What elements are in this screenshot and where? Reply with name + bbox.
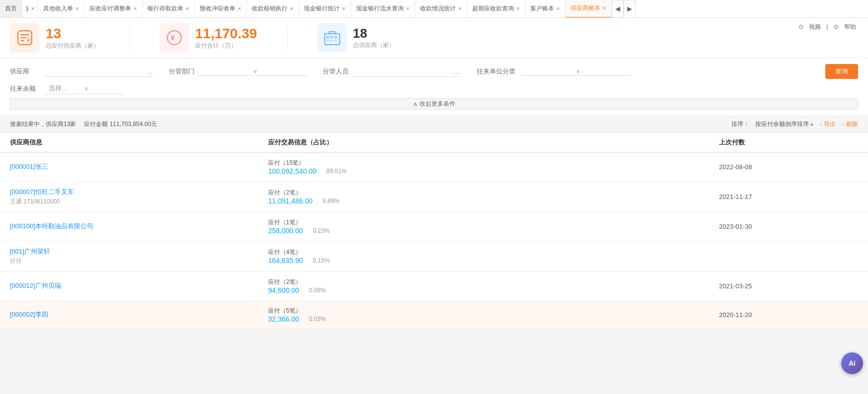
pay-percent-1: 89.61%: [326, 168, 347, 175]
pay-info-5: 应付（2笔） 94,600.00 0.08%: [268, 278, 719, 294]
pay-amount-5[interactable]: 94,600.00: [268, 286, 299, 294]
nav-right-arrow[interactable]: ▶: [624, 0, 636, 18]
nav-cash-bank-stat-label: 现金银行统计: [304, 4, 340, 13]
supplier-link-3[interactable]: [000100]本特勒油品有限公司: [10, 222, 93, 230]
nav-tab3-close[interactable]: ✕: [31, 6, 35, 11]
dept-filter-select[interactable]: ∨: [199, 67, 308, 76]
person-dots[interactable]: ...: [454, 67, 460, 75]
nav-receipt-stat[interactable]: 收款情况统计 ✕: [415, 0, 467, 18]
supplier-input-field[interactable]: [47, 67, 144, 75]
divider: |: [826, 23, 829, 30]
balance-filter-select[interactable]: 选择... ∨: [45, 83, 124, 94]
pay-label-5: 应付（2笔）: [268, 278, 719, 286]
top-navigation: 首页 3 ✕ 其他收入单 ✕ 应收应付调整单 ✕ 银行存取款单 ✕ 预收冲应收单…: [0, 0, 868, 18]
nav-tab3[interactable]: 3 ✕: [22, 0, 38, 18]
pay-info-1: 应付（15笔） 100,092,540.00 89.61%: [268, 159, 719, 175]
result-bar: 搜索结果中，供应商13家 应付金额 111,703,854.00元 排序： 按应…: [0, 116, 868, 133]
nav-cash-bank-flow[interactable]: 现金银行流水查询 ✕: [351, 0, 415, 18]
svg-text:¥: ¥: [171, 34, 175, 42]
category-filter-label: 往来单位分类: [477, 67, 521, 76]
pay-amount-4[interactable]: 164,635.90: [268, 257, 303, 264]
category-filter-select[interactable]: ∨: [521, 67, 631, 76]
pay-info-2: 应付（2笔） 11,051,486.00 9.89%: [268, 189, 719, 205]
refresh-button[interactable]: 刷新: [842, 120, 858, 129]
svg-rect-6: [326, 36, 329, 39]
collapse-button[interactable]: ∧ 收起更多条件: [10, 98, 858, 110]
person-filter-label: 分管人员: [323, 67, 353, 76]
query-button[interactable]: 查询: [825, 64, 858, 79]
nav-cash-bank-flow-label: 现金银行流水查询: [356, 4, 404, 13]
supplier-link-2[interactable]: [000007]恒旺二手叉车: [10, 188, 74, 196]
nav-ar-ap-adjust-label: 应收应付调整单: [89, 4, 131, 13]
pay-label-1: 应付（15笔）: [268, 159, 719, 167]
filter-row-2: 往来余额 选择... ∨: [10, 83, 858, 94]
supplier-link-1[interactable]: [000001]张三: [10, 163, 48, 170]
nav-supplier-ledger-close[interactable]: ✕: [602, 5, 606, 11]
pay-row-3: 258,000.00 0.23%: [268, 227, 719, 235]
nav-customer-ledger-close[interactable]: ✕: [556, 6, 560, 11]
sort-area: 排序： 按应付余额倒序排序 ∨ 导出 刷新: [731, 120, 858, 129]
nav-overdue-ar[interactable]: 超期应收款查询 ✕: [467, 0, 525, 18]
nav-prepay-ar-close[interactable]: ✕: [237, 6, 241, 11]
dept-select-arrow: ∨: [253, 68, 304, 74]
supplier-link-6[interactable]: [000002]李四: [10, 311, 48, 318]
pay-percent-5: 0.08%: [309, 287, 326, 294]
nav-receipt-verify-close[interactable]: ✕: [289, 6, 293, 11]
nav-receipt-verify[interactable]: 收款核销执行 ✕: [247, 0, 299, 18]
nav-other-income-close[interactable]: ✕: [75, 6, 79, 11]
nav-customer-ledger-label: 客户账本: [530, 4, 554, 13]
stats-bar: ¥ 13 总应付供应商（家） ¥ 11,170.39 应付合计（万） 18 总供…: [0, 18, 868, 58]
supplier-info-2: [000007]恒旺二手叉车 王通 17106110000: [10, 188, 268, 206]
nav-cash-bank-flow-close[interactable]: ✕: [406, 6, 410, 11]
nav-cash-bank-stat-close[interactable]: ✕: [342, 6, 346, 11]
refresh-label: 刷新: [846, 120, 858, 129]
person-filter-input[interactable]: ...: [353, 66, 462, 77]
stat-suppliers-payable-label: 总应付供应商（家）: [46, 42, 99, 50]
nav-home[interactable]: 首页: [0, 0, 22, 18]
nav-supplier-ledger-label: 供应商账本: [571, 4, 600, 12]
supplier-link-4[interactable]: [001]广州荣轩: [10, 248, 50, 255]
collapse-icon: ∧: [413, 101, 418, 108]
svg-rect-11: [334, 40, 337, 42]
supplier-filter-input[interactable]: ...: [45, 66, 154, 77]
person-input-field[interactable]: [355, 67, 452, 75]
nav-bank-deposit-close[interactable]: ✕: [185, 6, 189, 11]
collapse-label: 收起更多条件: [420, 100, 455, 108]
nav-overdue-ar-label: 超期应收款查询: [472, 4, 514, 13]
export-button[interactable]: 导出: [819, 120, 836, 129]
nav-other-income-label: 其他收入单: [43, 4, 73, 13]
supplier-info-4: [001]广州荣轩 仔仔: [10, 247, 268, 265]
stat-total-suppliers: 18 总供应商（家）: [317, 23, 395, 53]
video-link[interactable]: 视频: [809, 23, 821, 30]
supplier-dots[interactable]: ...: [146, 67, 152, 75]
nav-other-income[interactable]: 其他收入单 ✕: [38, 0, 84, 18]
nav-bank-deposit[interactable]: 银行存取款单 ✕: [143, 0, 195, 18]
table-row: [001]广州荣轩 仔仔 应付（4笔） 164,635.90 0.15%: [0, 241, 868, 272]
nav-supplier-ledger[interactable]: 供应商账本 ✕: [566, 0, 612, 18]
pay-amount-2[interactable]: 11,051,486.00: [268, 197, 313, 205]
nav-cash-bank-stat[interactable]: 现金银行统计 ✕: [299, 0, 351, 18]
svg-rect-8: [330, 36, 333, 39]
stat-total-suppliers-label: 总供应商（家）: [353, 41, 395, 50]
svg-rect-7: [326, 40, 329, 42]
pay-amount-3[interactable]: 258,000.00: [268, 227, 303, 235]
nav-tab3-label: 3: [25, 5, 29, 12]
stat-payable-total: ¥ 11,170.39 应付合计（万）: [159, 23, 257, 53]
pay-row-6: 32,366.00 0.03%: [268, 315, 719, 323]
help-link[interactable]: 帮助: [844, 23, 856, 30]
pay-row-4: 164,635.90 0.15%: [268, 257, 719, 264]
nav-prepay-ar[interactable]: 预收冲应收单 ✕: [195, 0, 247, 18]
nav-customer-ledger[interactable]: 客户账本 ✕: [525, 0, 566, 18]
nav-left-arrow[interactable]: ◀: [612, 0, 624, 18]
nav-ar-ap-adjust[interactable]: 应收应付调整单 ✕: [84, 0, 143, 18]
nav-receipt-stat-close[interactable]: ✕: [458, 6, 462, 11]
nav-ar-ap-adjust-close[interactable]: ✕: [133, 6, 137, 11]
pay-label-6: 应付（5笔）: [268, 307, 719, 315]
supplier-link-5[interactable]: [000012]广州贝瑞: [10, 282, 61, 289]
pay-amount-1[interactable]: 100,092,540.00: [268, 167, 316, 175]
supplier-payable-icon: ¥: [10, 23, 40, 53]
nav-overdue-ar-close[interactable]: ✕: [516, 6, 520, 11]
sort-select[interactable]: 按应付余额倒序排序 ∨: [755, 120, 813, 129]
pay-amount-6[interactable]: 32,366.00: [268, 315, 299, 323]
table-row: [000007]恒旺二手叉车 王通 17106110000 应付（2笔） 11,…: [0, 182, 868, 212]
